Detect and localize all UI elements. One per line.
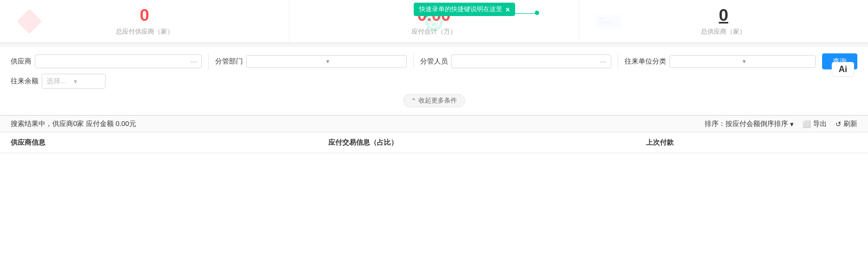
- export-label: 导出: [813, 119, 827, 129]
- dept-chevron-icon: ▾: [326, 58, 401, 65]
- supplier-label: 供应商: [11, 57, 31, 66]
- supplier-input-wrap[interactable]: ···: [35, 54, 202, 68]
- table-header: 供应商信息 应付交易信息（占比） 上次付款: [0, 132, 868, 153]
- tooltip-bubble: 快速录单的快捷键说明在这里 ×: [414, 3, 515, 16]
- tooltip-line: [510, 13, 536, 14]
- payable-suppliers-value: 0: [140, 6, 149, 25]
- stat-payable-suppliers: 0 总应付供应商（家）: [0, 0, 289, 42]
- divider-3: [618, 53, 618, 69]
- filter-row-2: 往来余额 选择... ▾: [11, 74, 857, 89]
- total-suppliers-label: 总供应商（家）: [701, 27, 746, 36]
- svg-point-7: [436, 19, 439, 22]
- dept-field: 分管部门 ▾: [215, 55, 406, 68]
- unit-class-field: 往来单位分类 ▾: [625, 55, 816, 68]
- balance-select[interactable]: 选择... ▾: [42, 74, 106, 89]
- stat-total-suppliers: 0 总供应商（家）: [579, 0, 868, 42]
- unit-class-label: 往来单位分类: [625, 57, 666, 66]
- person-dots-icon[interactable]: ···: [600, 57, 606, 66]
- svg-point-5: [428, 16, 440, 28]
- main-content: 供应商 ··· 分管部门 ▾ 分管人员: [0, 43, 868, 275]
- collapse-button[interactable]: ⌃ 收起更多条件: [403, 94, 465, 107]
- supplier-input[interactable]: [40, 58, 191, 66]
- refresh-label: 刷新: [843, 119, 857, 129]
- filter-bar: 供应商 ··· 分管部门 ▾ 分管人员: [0, 47, 868, 115]
- tooltip-close[interactable]: ×: [506, 5, 510, 14]
- dept-select[interactable]: ▾: [246, 55, 406, 68]
- refresh-button[interactable]: ↺ 刷新: [835, 119, 857, 129]
- stats-bar: 0 总应付供应商（家） 0.00 应付合计（万） 快速录单的快捷键说明在这里 ×: [0, 0, 868, 43]
- sort-label: 排序：按应付会额倒序排序: [705, 119, 788, 129]
- svg-rect-10: [598, 17, 605, 20]
- stat-payable-total: 0.00 应付合计（万） 快速录单的快捷键说明在这里 ×: [289, 0, 579, 42]
- results-bar: 搜索结果中，供应商0家 应付金额 0.00元 排序：按应付会额倒序排序 ▾ ⬜ …: [0, 115, 868, 132]
- unit-class-chevron-icon: ▾: [743, 58, 811, 65]
- balance-chevron-icon: ▾: [74, 77, 101, 85]
- collapse-label: 收起更多条件: [419, 96, 457, 105]
- sort-select[interactable]: 排序：按应付会额倒序排序 ▾: [705, 119, 794, 129]
- divider-2: [413, 53, 414, 69]
- table-body: [0, 153, 868, 275]
- svg-rect-11: [598, 21, 612, 23]
- sort-chevron-icon: ▾: [790, 120, 794, 128]
- results-summary: 搜索结果中，供应商0家 应付金额 0.00元: [11, 119, 136, 129]
- col-transaction-header: 应付交易信息（占比）: [328, 138, 646, 147]
- payable-suppliers-label: 总应付供应商（家）: [116, 27, 173, 36]
- svg-point-6: [430, 19, 432, 22]
- export-button[interactable]: ⬜ 导出: [802, 119, 827, 129]
- results-actions: 排序：按应付会额倒序排序 ▾ ⬜ 导出 ↺ 刷新: [705, 119, 857, 129]
- dept-label: 分管部门: [215, 57, 243, 66]
- ai-badge[interactable]: Ai: [832, 62, 854, 77]
- person-input-wrap[interactable]: ···: [451, 54, 611, 68]
- tooltip-text: 快速录单的快捷键说明在这里: [419, 5, 502, 14]
- export-icon: ⬜: [802, 120, 811, 128]
- filter-row-1: 供应商 ··· 分管部门 ▾ 分管人员: [11, 53, 857, 69]
- col-supplier-header: 供应商信息: [11, 138, 328, 147]
- balance-placeholder: 选择...: [46, 76, 74, 86]
- supplier-dots-icon[interactable]: ···: [191, 57, 198, 66]
- person-input[interactable]: [456, 58, 601, 66]
- tooltip-dot: [535, 11, 539, 15]
- col-last-payment-header: 上次付款: [646, 138, 858, 147]
- collapse-up-icon: ⌃: [411, 97, 416, 105]
- diamond-icon: [16, 8, 43, 35]
- supplier-field: 供应商 ···: [11, 54, 202, 68]
- person-group-icon: [595, 13, 622, 29]
- collapse-bar: ⌃ 收起更多条件: [11, 91, 857, 112]
- person-field: 分管人员 ···: [420, 54, 611, 68]
- refresh-icon: ↺: [835, 120, 841, 128]
- total-suppliers-value: 0: [719, 6, 728, 25]
- unit-class-select[interactable]: ▾: [669, 55, 816, 68]
- balance-label: 往来余额: [11, 76, 38, 86]
- balance-field: 往来余额 选择... ▾: [11, 74, 106, 89]
- divider-1: [208, 53, 209, 69]
- person-label: 分管人员: [420, 57, 448, 66]
- svg-rect-0: [17, 9, 42, 34]
- svg-point-8: [431, 23, 436, 26]
